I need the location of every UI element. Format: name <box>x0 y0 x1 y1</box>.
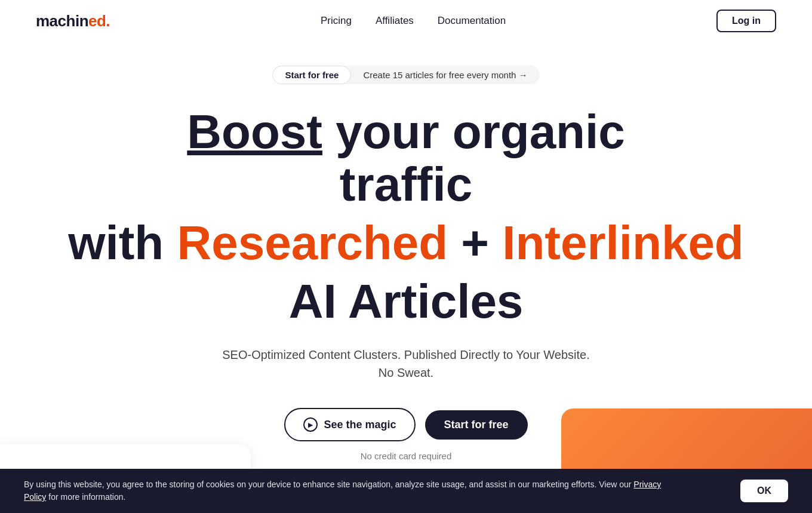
heading-plus: + <box>448 216 502 269</box>
nav-pricing[interactable]: Pricing <box>321 15 352 27</box>
no-credit-text: No credit card required <box>361 451 452 461</box>
login-button[interactable]: Log in <box>716 10 776 32</box>
heading-your-organic-traffic: your organic traffic <box>336 105 625 211</box>
heading-interlinked: Interlinked <box>502 216 744 269</box>
nav-affiliates[interactable]: Affiliates <box>376 15 414 27</box>
cookie-message: By using this website, you agree to the … <box>24 480 633 489</box>
heading-researched: Researched <box>177 216 448 269</box>
navbar: machined. Pricing Affiliates Documentati… <box>0 0 812 42</box>
see-magic-label: See the magic <box>324 419 396 431</box>
cookie-text: By using this website, you agree to the … <box>24 478 681 503</box>
see-magic-button[interactable]: ▶ See the magic <box>284 408 415 441</box>
hero-heading-line3: AI Articles <box>289 275 524 328</box>
start-free-button[interactable]: Start for free <box>425 410 528 440</box>
hero-heading-line2: with Researched + Interlinked <box>68 217 743 269</box>
cookie-banner: By using this website, you agree to the … <box>0 469 812 513</box>
banner-start-label: Start for free <box>272 66 351 84</box>
cookie-suffix: for more information. <box>46 492 125 502</box>
logo[interactable]: machined. <box>36 12 110 30</box>
top-banner: Start for free Create 15 articles for fr… <box>272 66 539 84</box>
play-icon: ▶ <box>303 417 318 432</box>
hero-heading-line1: Boost your organic traffic <box>122 106 690 211</box>
heading-with: with <box>68 216 177 269</box>
heading-boost: Boost <box>187 105 322 158</box>
logo-dot: ed. <box>88 12 110 30</box>
cookie-ok-button[interactable]: OK <box>740 480 788 502</box>
hero-subtext: SEO-Optimized Content Clusters. Publishe… <box>221 346 591 382</box>
cta-buttons: ▶ See the magic Start for free <box>284 408 527 441</box>
banner-promo-text: Create 15 articles for free every month … <box>351 66 539 84</box>
nav-links: Pricing Affiliates Documentation <box>321 15 506 27</box>
nav-documentation[interactable]: Documentation <box>438 15 506 27</box>
